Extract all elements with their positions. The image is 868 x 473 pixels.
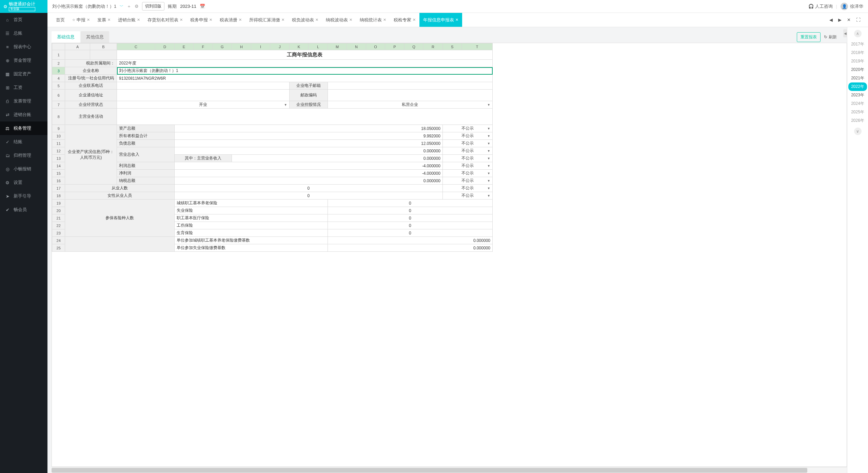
year-item[interactable]: 2019年 bbox=[848, 57, 867, 65]
reset-report-button[interactable]: 重置报表 bbox=[797, 32, 821, 42]
year-item[interactable]: 2024年 bbox=[848, 99, 867, 108]
nav-item-10[interactable]: 🗂归档管理 bbox=[0, 149, 47, 162]
nav-item-7[interactable]: ⇄进销台账 bbox=[0, 108, 47, 121]
reg-code-input[interactable]: 91320811MA7NGR2W6R bbox=[117, 75, 493, 82]
nav-item-0[interactable]: ⌂首页 bbox=[0, 13, 47, 26]
nav-item-2[interactable]: ≡报表中心 bbox=[0, 40, 47, 54]
close-icon[interactable]: ✕ bbox=[239, 18, 242, 22]
close-icon[interactable]: ✕ bbox=[315, 18, 318, 22]
col-header[interactable]: E bbox=[174, 43, 194, 50]
tab-prev-icon[interactable]: ◀ bbox=[827, 17, 835, 22]
year-item[interactable]: 2023年 bbox=[848, 91, 867, 99]
publish-select[interactable]: 不公示 bbox=[442, 125, 492, 132]
tab-10[interactable]: 纳税统计表 ✕ bbox=[356, 13, 390, 27]
email-input[interactable] bbox=[328, 82, 492, 90]
tab-7[interactable]: 所得税汇算清缴 ✕ bbox=[245, 13, 288, 27]
col-header[interactable]: K bbox=[289, 43, 309, 50]
nav-item-11[interactable]: ◎小畅报销 bbox=[0, 162, 47, 176]
close-icon[interactable]: ✕ bbox=[349, 18, 352, 22]
fullscreen-icon[interactable]: ⛶ bbox=[853, 17, 863, 22]
nav-item-14[interactable]: ✔畅会员 bbox=[0, 203, 47, 216]
tab-4[interactable]: 存货别名对照表 ✕ bbox=[144, 13, 186, 27]
year-item[interactable]: 2017年 bbox=[848, 40, 867, 49]
period-value[interactable]: 2023-11 bbox=[180, 4, 196, 9]
nav-item-13[interactable]: ➤新手引导 bbox=[0, 189, 47, 203]
nav-item-5[interactable]: ⊞工资 bbox=[0, 81, 47, 94]
col-header[interactable]: P bbox=[385, 43, 405, 50]
close-icon[interactable]: ✕ bbox=[209, 18, 212, 22]
nav-item-3[interactable]: ⊕资金管理 bbox=[0, 54, 47, 67]
nav-item-1[interactable]: ☰总账 bbox=[0, 26, 47, 40]
close-icon[interactable]: ✕ bbox=[107, 18, 111, 22]
subtab-other[interactable]: 其他信息 bbox=[81, 31, 109, 43]
subtab-basic[interactable]: 基础信息 bbox=[52, 31, 80, 43]
close-icon[interactable]: ✕ bbox=[455, 18, 458, 22]
col-header[interactable]: O bbox=[366, 43, 385, 50]
period-value[interactable]: 2022年度 bbox=[117, 60, 493, 67]
tab-12[interactable]: 年报信息申报表 ✕ bbox=[419, 13, 462, 27]
year-down-icon[interactable]: ∨ bbox=[854, 128, 862, 135]
collapse-panel-icon[interactable]: ◀ bbox=[843, 29, 847, 37]
close-icon[interactable]: ✕ bbox=[281, 18, 284, 22]
col-header[interactable]: N bbox=[347, 43, 366, 50]
col-header[interactable]: H bbox=[232, 43, 251, 50]
col-header[interactable]: J bbox=[270, 43, 290, 50]
year-item[interactable]: 2026年 bbox=[848, 116, 867, 125]
address-input[interactable] bbox=[117, 90, 290, 101]
col-header[interactable]: C bbox=[117, 43, 155, 50]
tab-11[interactable]: 税检专家 ✕ bbox=[390, 13, 419, 27]
company-name-input[interactable]: 刘小艳演示账套（勿删勿动！）1 bbox=[117, 67, 493, 75]
tab-5[interactable]: 税务申报 ✕ bbox=[186, 13, 216, 27]
col-header[interactable]: D bbox=[155, 43, 175, 50]
close-icon[interactable]: ✕ bbox=[383, 18, 386, 22]
close-icon[interactable]: ✕ bbox=[180, 18, 183, 22]
tab-9[interactable]: 纳税波动表 ✕ bbox=[322, 13, 356, 27]
col-header[interactable]: Q bbox=[404, 43, 423, 50]
col-header[interactable]: L bbox=[309, 43, 328, 50]
col-header[interactable]: S bbox=[442, 43, 462, 50]
main-business-input[interactable] bbox=[117, 109, 493, 125]
nav-item-6[interactable]: ⎙发票管理 bbox=[0, 94, 47, 108]
col-header[interactable]: A bbox=[65, 43, 90, 50]
switch-old-button[interactable]: 切到旧版 bbox=[142, 2, 164, 11]
calendar-icon[interactable]: 📅 bbox=[200, 4, 205, 9]
col-header[interactable]: R bbox=[423, 43, 443, 50]
year-item[interactable]: 2018年 bbox=[848, 49, 867, 57]
tab-1[interactable]: ☆申报 ✕ bbox=[68, 13, 94, 27]
gear-icon[interactable]: ⚙ bbox=[135, 4, 139, 9]
col-header[interactable]: M bbox=[328, 43, 347, 50]
year-item[interactable]: 2021年 bbox=[848, 74, 867, 82]
col-header[interactable]: T bbox=[462, 43, 493, 50]
col-header[interactable]: F bbox=[194, 43, 213, 50]
tab-8[interactable]: 税负波动表 ✕ bbox=[288, 13, 322, 27]
year-item[interactable]: 2020年 bbox=[848, 65, 867, 74]
nav-item-4[interactable]: ▦固定资产 bbox=[0, 67, 47, 81]
year-up-icon[interactable]: ∧ bbox=[854, 30, 862, 37]
chevron-down-icon[interactable]: ﹀ bbox=[120, 4, 123, 9]
close-icon[interactable]: ✕ bbox=[137, 18, 140, 22]
corner-cell[interactable] bbox=[52, 43, 65, 50]
horizontal-scrollbar[interactable] bbox=[52, 467, 847, 473]
status-select[interactable]: 开业 bbox=[117, 101, 290, 109]
tab-3[interactable]: 进销台账 ✕ bbox=[114, 13, 144, 27]
tab-2[interactable]: 发票 ✕ bbox=[94, 13, 114, 27]
spreadsheet[interactable]: ABCDEFGHIJKLMNOPQRST 1工商年报信息表 2税款所属期间：20… bbox=[52, 43, 847, 467]
close-icon[interactable]: ✕ bbox=[413, 18, 416, 22]
phone-input[interactable] bbox=[117, 82, 290, 90]
tab-close-icon[interactable]: ✕ bbox=[844, 17, 853, 22]
col-header[interactable]: B bbox=[90, 43, 117, 50]
account-selector[interactable]: 刘小艳演示账套（勿删勿动！）1 bbox=[52, 3, 116, 10]
year-item[interactable]: 2025年 bbox=[848, 108, 867, 116]
col-header[interactable]: G bbox=[213, 43, 232, 50]
nav-item-8[interactable]: ⚖税务管理 bbox=[0, 121, 47, 135]
consult-link[interactable]: 🎧 人工咨询 bbox=[808, 3, 833, 10]
postcode-input[interactable] bbox=[328, 90, 492, 101]
col-header[interactable]: I bbox=[251, 43, 270, 50]
year-item[interactable]: 2022年 bbox=[848, 82, 867, 91]
user-menu[interactable]: 👤徐泽华 bbox=[841, 3, 863, 10]
plus-icon[interactable]: ＋ bbox=[127, 3, 131, 10]
nav-item-12[interactable]: ⚙设置 bbox=[0, 176, 47, 189]
nav-item-9[interactable]: ✓结账 bbox=[0, 135, 47, 149]
holding-select[interactable]: 私营企业 bbox=[328, 101, 492, 109]
tab-next-icon[interactable]: ▶ bbox=[835, 17, 844, 22]
